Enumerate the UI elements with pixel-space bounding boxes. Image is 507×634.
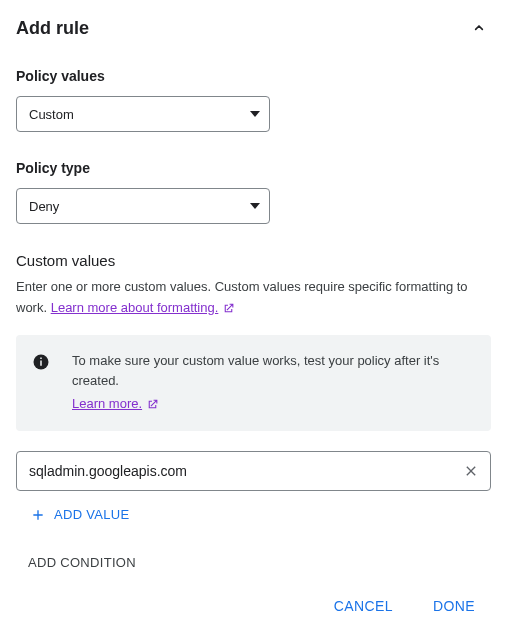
info-icon — [32, 353, 50, 371]
collapse-icon[interactable] — [467, 16, 491, 40]
plus-icon — [30, 507, 46, 523]
add-value-button[interactable]: ADD VALUE — [16, 503, 133, 527]
add-condition-button[interactable]: ADD CONDITION — [16, 555, 491, 570]
external-link-icon — [146, 398, 159, 411]
policy-type-selected: Deny — [29, 199, 59, 214]
close-icon — [463, 463, 479, 479]
info-text-body: To make sure your custom value works, te… — [72, 351, 475, 393]
learn-more-link[interactable]: Learn more. — [72, 394, 159, 415]
done-button[interactable]: DONE — [425, 594, 483, 618]
panel-title: Add rule — [16, 18, 89, 39]
cancel-button[interactable]: CANCEL — [326, 594, 401, 618]
formatting-link[interactable]: Learn more about formatting. — [51, 298, 236, 319]
custom-values-help: Enter one or more custom values. Custom … — [16, 277, 491, 319]
info-banner: To make sure your custom value works, te… — [16, 335, 491, 431]
policy-values-select[interactable]: Custom — [16, 96, 270, 132]
policy-values-label: Policy values — [16, 68, 491, 84]
svg-rect-2 — [40, 357, 42, 359]
custom-value-input[interactable] — [16, 451, 491, 491]
policy-values-selected: Custom — [29, 107, 74, 122]
external-link-icon — [222, 302, 235, 315]
policy-type-label: Policy type — [16, 160, 491, 176]
clear-input-button[interactable] — [459, 459, 483, 483]
custom-values-heading: Custom values — [16, 252, 491, 269]
add-value-label: ADD VALUE — [54, 507, 129, 522]
svg-rect-1 — [40, 360, 42, 365]
policy-type-select[interactable]: Deny — [16, 188, 270, 224]
